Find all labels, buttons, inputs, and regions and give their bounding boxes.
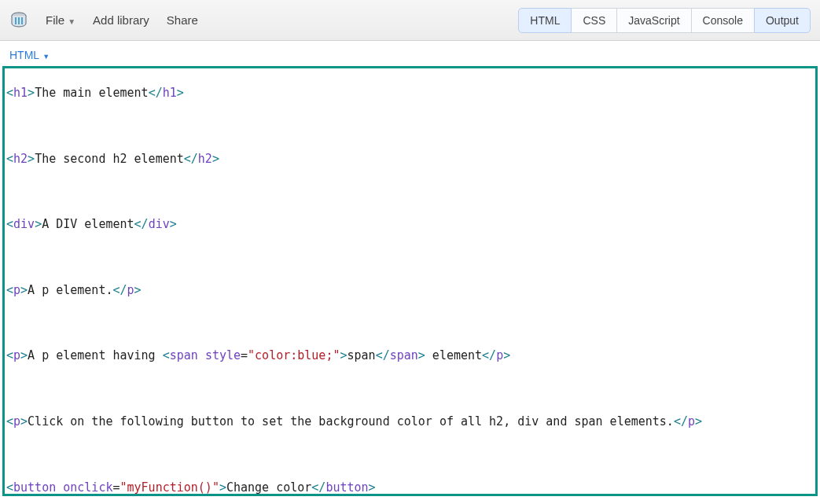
file-menu[interactable]: File▼ bbox=[46, 13, 75, 27]
panel-toggle-css[interactable]: CSS bbox=[571, 8, 617, 33]
chevron-down-icon: ▼ bbox=[68, 17, 75, 26]
editor-language-label: HTML bbox=[9, 49, 39, 61]
editor-tabbar: HTML▼ bbox=[0, 41, 820, 66]
svg-rect-3 bbox=[21, 17, 23, 24]
panel-toggle-javascript[interactable]: JavaScript bbox=[616, 8, 691, 33]
code-editor[interactable]: <h1>The main element</h1> <h2>The second… bbox=[5, 68, 815, 496]
add-library-button[interactable]: Add library bbox=[93, 13, 149, 27]
panel-toggle-group: HTML CSS JavaScript Console Output bbox=[518, 8, 811, 33]
file-menu-label: File bbox=[46, 13, 64, 27]
panel-toggle-console[interactable]: Console bbox=[691, 8, 755, 33]
editor-language-tab[interactable]: HTML▼ bbox=[9, 49, 50, 61]
svg-rect-1 bbox=[15, 17, 17, 24]
jsbin-logo-icon bbox=[9, 10, 28, 31]
chevron-down-icon: ▼ bbox=[42, 53, 50, 61]
top-toolbar: File▼ Add library Share HTML CSS JavaScr… bbox=[0, 0, 820, 41]
svg-rect-2 bbox=[18, 17, 20, 24]
panel-toggle-output[interactable]: Output bbox=[754, 8, 811, 33]
code-editor-frame: <h1>The main element</h1> <h2>The second… bbox=[2, 66, 818, 496]
share-button[interactable]: Share bbox=[167, 13, 198, 27]
panel-toggle-html[interactable]: HTML bbox=[518, 8, 572, 33]
